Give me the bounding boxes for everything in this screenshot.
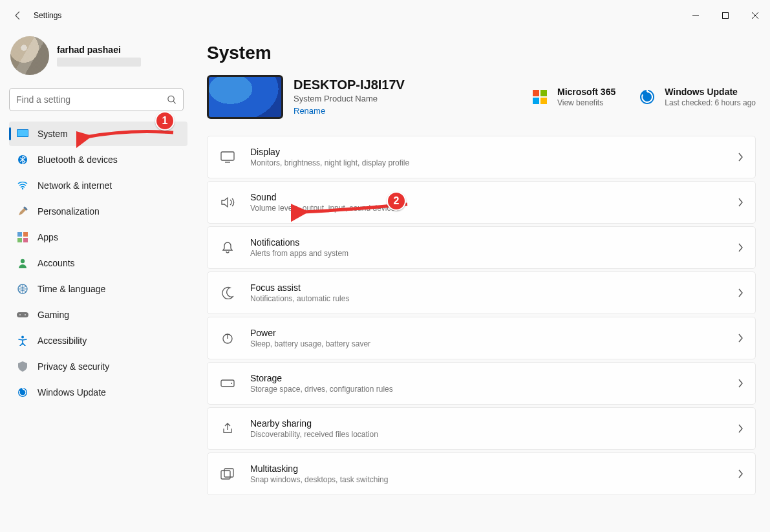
sidebar-item-system[interactable]: System [9, 122, 187, 146]
card-nearby-sharing[interactable]: Nearby sharingDiscoverability, received … [207, 407, 756, 450]
system-icon [17, 128, 28, 140]
display-icon [219, 151, 236, 163]
sidebar-item-label: Accounts [37, 258, 75, 268]
card-title: Sound [250, 192, 723, 202]
svg-rect-18 [540, 90, 547, 96]
chevron-right-icon [737, 424, 743, 433]
microsoft-365-link[interactable]: Microsoft 365 View benefits [530, 87, 615, 107]
search-box[interactable] [9, 88, 184, 111]
card-sub: Alerts from apps and system [250, 249, 723, 258]
bell-icon [219, 241, 236, 254]
card-title: Notifications [250, 237, 723, 248]
main-content: System DESKTOP-IJ8I17V System Product Na… [194, 31, 770, 532]
device-info: DESKTOP-IJ8I17V System Product Name Rena… [294, 78, 405, 116]
card-power[interactable]: PowerSleep, battery usage, battery saver [207, 317, 756, 359]
svg-rect-26 [221, 471, 230, 479]
search-icon [167, 95, 176, 105]
sidebar-nav: System Bluetooth & devices Network & int… [9, 122, 187, 405]
minimize-button[interactable] [681, 5, 711, 26]
chevron-right-icon [737, 153, 743, 162]
card-focus-assist[interactable]: Focus assistNotifications, automatic rul… [207, 271, 756, 314]
svg-point-25 [231, 383, 232, 384]
accessibility-icon [17, 335, 28, 346]
window-title: Settings [34, 11, 61, 20]
svg-rect-17 [533, 90, 539, 96]
sidebar-item-bluetooth[interactable]: Bluetooth & devices [9, 147, 187, 172]
window-controls [681, 5, 770, 26]
svg-rect-9 [23, 238, 28, 242]
sidebar-item-privacy[interactable]: Privacy & security [9, 354, 187, 379]
card-sub: Storage space, drives, configuration rul… [250, 385, 723, 394]
windows-update-icon [637, 87, 657, 107]
card-title: Multitasking [250, 463, 723, 474]
card-sub: Notifications, automatic rules [250, 294, 723, 303]
bluetooth-icon [17, 154, 28, 165]
search-input[interactable] [10, 89, 183, 111]
svg-rect-19 [533, 98, 539, 104]
card-display[interactable]: DisplayMonitors, brightness, night light… [207, 136, 756, 178]
globe-clock-icon [17, 283, 28, 295]
sidebar-item-label: Gaming [37, 310, 69, 320]
wifi-icon [17, 180, 28, 191]
card-title: Storage [250, 373, 723, 383]
svg-point-15 [21, 336, 24, 339]
chevron-right-icon [737, 198, 743, 207]
sidebar-item-apps[interactable]: Apps [9, 225, 187, 250]
sidebar-item-label: Accessibility [37, 335, 87, 346]
card-sub: Sleep, battery usage, battery saver [250, 339, 723, 348]
sidebar-item-personalization[interactable]: Personalization [9, 199, 187, 224]
chevron-right-icon [737, 288, 743, 297]
card-title: Nearby sharing [250, 418, 723, 429]
windows-update-link[interactable]: Windows Update Last checked: 6 hours ago [637, 87, 756, 107]
page-title: System [207, 43, 756, 63]
sidebar-item-label: Windows Update [37, 387, 106, 398]
sidebar-item-label: Time & language [37, 284, 105, 294]
sidebar-item-gaming[interactable]: Gaming [9, 303, 187, 327]
sidebar-item-label: Bluetooth & devices [37, 154, 118, 165]
card-title: Focus assist [250, 282, 723, 293]
settings-window: Settings farhad pashaei [0, 0, 770, 532]
card-storage[interactable]: StorageStorage space, drives, configurat… [207, 362, 756, 405]
update-icon [17, 387, 28, 398]
update-sub: Last checked: 6 hours ago [665, 98, 756, 107]
m365-sub: View benefits [557, 98, 615, 107]
card-multitasking[interactable]: MultitaskingSnap windows, desktops, task… [207, 452, 756, 495]
card-sub: Monitors, brightness, night light, displ… [250, 158, 723, 167]
rename-link[interactable]: Rename [294, 106, 325, 116]
device-thumbnail [207, 75, 283, 119]
profile-block[interactable]: farhad pashaei [9, 36, 187, 83]
profile-email-redacted [57, 58, 141, 67]
card-sound[interactable]: SoundVolume levels, output, input, sound… [207, 181, 756, 224]
card-title: Power [250, 328, 723, 338]
close-button[interactable] [740, 5, 770, 26]
svg-rect-20 [540, 98, 547, 104]
sidebar-item-network[interactable]: Network & internet [9, 173, 187, 198]
sidebar: farhad pashaei System Bluetooth & device… [0, 31, 194, 532]
m365-title: Microsoft 365 [557, 87, 615, 97]
sidebar-item-windows-update[interactable]: Windows Update [9, 380, 187, 405]
card-sub: Volume levels, output, input, sound devi… [250, 204, 723, 213]
storage-icon [219, 379, 236, 387]
settings-cards: DisplayMonitors, brightness, night light… [207, 136, 756, 495]
svg-point-14 [25, 314, 26, 315]
device-bar: DESKTOP-IJ8I17V System Product Name Rena… [207, 75, 756, 119]
svg-point-10 [21, 259, 25, 263]
sidebar-item-accounts[interactable]: Accounts [9, 251, 187, 275]
paintbrush-icon [17, 206, 28, 217]
sidebar-item-time-language[interactable]: Time & language [9, 277, 187, 301]
svg-rect-22 [221, 152, 234, 160]
card-sub: Discoverability, received files location [250, 430, 723, 439]
sidebar-item-label: System [37, 129, 68, 139]
device-product: System Product Name [294, 94, 405, 103]
maximize-button[interactable] [711, 5, 740, 26]
card-notifications[interactable]: NotificationsAlerts from apps and system [207, 226, 756, 269]
chevron-right-icon [737, 243, 743, 252]
sidebar-item-label: Network & internet [37, 180, 112, 191]
back-button[interactable] [12, 9, 25, 22]
sidebar-item-accessibility[interactable]: Accessibility [9, 328, 187, 353]
profile-name: farhad pashaei [57, 45, 141, 55]
svg-rect-0 [723, 13, 729, 19]
multitasking-icon [219, 468, 236, 480]
share-icon [219, 422, 236, 435]
svg-point-5 [22, 188, 23, 189]
